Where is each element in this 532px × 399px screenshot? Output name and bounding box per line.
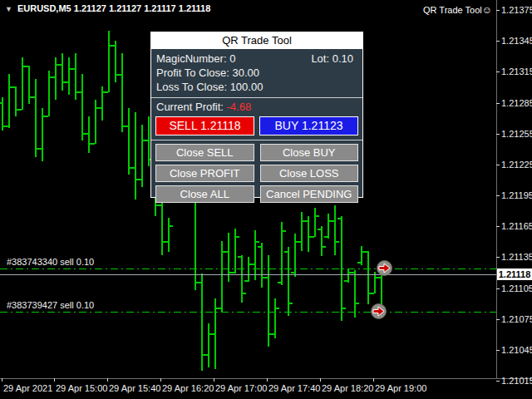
price-axis-label: 1.21105	[501, 283, 532, 293]
close-tick	[243, 293, 246, 294]
current-profit-label: Current Profit:	[156, 101, 227, 113]
open-tick	[311, 236, 314, 238]
ohlc-bar	[241, 255, 243, 303]
close-sell-button[interactable]: Close SELL	[155, 144, 254, 161]
current-profit-row: Current Profit: -4.68	[151, 98, 362, 115]
sell-order-line[interactable]	[0, 312, 496, 313]
open-tick	[351, 272, 354, 273]
sell-order-line[interactable]	[0, 268, 496, 269]
time-tick	[373, 378, 374, 382]
open-tick	[238, 256, 241, 258]
open-tick	[271, 333, 274, 335]
open-tick	[344, 280, 347, 282]
open-tick	[331, 220, 334, 222]
price-axis-label: 1.21075	[501, 314, 532, 324]
close-tick	[342, 308, 346, 309]
smiley-icon: ☺	[482, 4, 492, 16]
open-tick	[32, 96, 35, 98]
sell-arrow-marker[interactable]	[377, 260, 392, 276]
chevron-down-icon[interactable]: ▼	[5, 5, 12, 13]
ohlc-bar	[334, 205, 336, 254]
open-tick	[38, 148, 42, 150]
price-axis-label: 1.21135	[501, 252, 532, 262]
open-tick	[71, 68, 75, 70]
time-tick	[107, 378, 108, 382]
open-tick	[244, 280, 248, 282]
open-tick	[18, 109, 22, 111]
close-tick	[323, 246, 326, 248]
price-axis-label: 1.21225	[501, 160, 532, 170]
open-tick	[291, 272, 294, 273]
price-tick	[496, 257, 500, 258]
price-axis-label: 1.21345	[501, 36, 532, 46]
ohlc-bar	[314, 208, 316, 237]
ohlc-bar	[321, 226, 323, 256]
sell-order-label: #383743340 sell 0.10	[7, 257, 94, 267]
time-axis-label: 29 Apr 17:40	[268, 383, 320, 393]
open-tick	[211, 333, 214, 335]
close-buy-button[interactable]: Close BUY	[260, 144, 359, 161]
ohlc-bar	[261, 243, 263, 288]
close-all-button[interactable]: Close ALL	[155, 185, 254, 203]
ohlc-bar	[248, 257, 249, 282]
ohlc-bar	[288, 247, 289, 316]
open-tick	[304, 220, 308, 222]
buy-button[interactable]: BUY 1.21123	[259, 116, 358, 135]
open-tick	[278, 282, 281, 283]
sell-arrow-icon	[372, 306, 385, 317]
close-profit-button[interactable]: Close PROFIT	[155, 165, 254, 182]
ohlc-bar	[354, 270, 356, 318]
profit-to-close-label: Profit To Close: 30.00	[156, 66, 356, 80]
time-axis-label: 29 Apr 2021	[3, 383, 52, 393]
open-tick	[264, 277, 268, 278]
time-tick	[267, 378, 268, 382]
price-axis-label: 1.21165	[501, 221, 532, 231]
sell-arrow-marker[interactable]	[371, 303, 387, 319]
time-tick	[160, 378, 161, 382]
ohlc-bar	[128, 108, 130, 175]
sell-arrow-icon	[378, 263, 391, 273]
open-tick	[138, 179, 141, 180]
panel-info-section: MagicNumber: 0 Lot: 0.10 Profit To Close…	[151, 49, 362, 97]
price-axis-line	[496, 0, 497, 378]
open-tick	[65, 81, 68, 83]
price-tick	[496, 41, 500, 42]
ohlc-bar	[121, 53, 123, 132]
close-tick	[256, 241, 259, 243]
price-axis-label: 1.21285	[501, 98, 532, 108]
open-tick	[371, 293, 374, 294]
current-profit-value: -4.68	[227, 101, 252, 113]
price-axis-label: 1.21045	[501, 345, 532, 355]
time-axis-label: 29 Apr 19:00	[375, 383, 426, 393]
close-loss-button[interactable]: Close LOSS	[260, 165, 359, 182]
close-tick	[356, 303, 359, 304]
ohlc-bar	[8, 74, 10, 129]
close-tick	[276, 308, 279, 309]
ohlc-bar	[367, 251, 369, 304]
current-price-line	[0, 274, 496, 275]
open-tick	[105, 91, 108, 93]
ohlc-bar	[328, 214, 329, 239]
open-tick	[357, 262, 361, 264]
time-tick	[320, 378, 321, 382]
open-tick	[377, 277, 381, 278]
open-tick	[125, 126, 128, 127]
ohlc-bar	[201, 273, 203, 370]
time-axis-label: 29 Apr 17:00	[215, 383, 267, 393]
open-tick	[224, 251, 228, 253]
open-tick	[52, 76, 55, 78]
price-axis-label: 1.21015	[501, 376, 532, 386]
price-tick	[496, 381, 500, 382]
panel-title[interactable]: QR Trade Tool	[151, 32, 362, 49]
close-tick	[236, 236, 239, 238]
open-tick	[91, 143, 95, 145]
ea-watermark: QR Trade Tool☺	[423, 4, 492, 16]
open-tick	[337, 218, 341, 219]
close-tick	[283, 230, 286, 232]
time-tick	[2, 378, 2, 382]
cancel-pending-button[interactable]: Cancel PENDING	[260, 185, 359, 203]
chart-title: ▼EURUSD,M5 1.21127 1.21127 1.21117 1.211…	[5, 3, 210, 13]
open-tick	[284, 251, 288, 253]
open-tick	[218, 308, 221, 309]
sell-button[interactable]: SELL 1.21118	[155, 116, 254, 135]
